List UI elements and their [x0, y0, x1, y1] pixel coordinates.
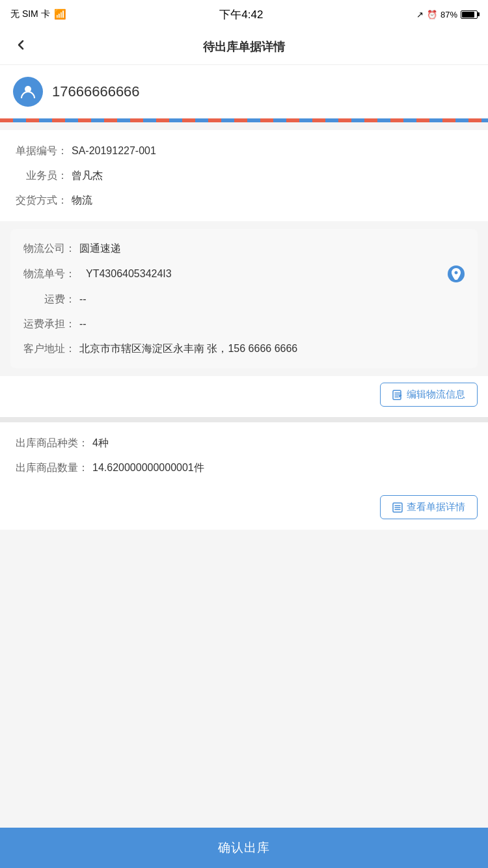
tracking-label: 物流单号： [23, 266, 75, 282]
dashed-divider [0, 118, 488, 122]
alarm-icon: ⏰ [427, 10, 437, 20]
order-no-row: 单据编号： SA-20191227-001 [16, 143, 472, 159]
confirm-outbound-button[interactable]: 确认出库 [0, 839, 488, 856]
back-button[interactable] [13, 32, 34, 62]
edit-btn-row: 编辑物流信息 [0, 376, 488, 417]
product-type-label: 出库商品种类： [16, 435, 88, 451]
freight-label: 运费： [23, 292, 75, 307]
address-value: 北京市市辖区海淀区永丰南 张，156 6666 6666 [79, 341, 465, 357]
logistics-card: 物流公司： 圆通速递 物流单号： YT43064053424I3 运费： -- … [10, 229, 478, 368]
tracking-location-button[interactable] [448, 265, 465, 282]
wifi-icon: 📶 [54, 8, 66, 20]
product-type-row: 出库商品种类： 4种 [16, 435, 472, 451]
salesman-value: 曾凡杰 [72, 168, 472, 183]
delivery-type-label: 交货方式： [16, 193, 68, 208]
address-row: 客户地址： 北京市市辖区海淀区永丰南 张，156 6666 6666 [23, 341, 465, 357]
page-title: 待出库单据详情 [203, 39, 285, 55]
freight-row: 运费： -- [23, 292, 465, 307]
location-icon: ↗ [416, 10, 424, 20]
edit-logistics-button[interactable]: 编辑物流信息 [380, 383, 478, 407]
status-right: ↗ ⏰ 87% [416, 10, 478, 20]
tracking-row: 物流单号： YT43064053424I3 [23, 265, 465, 282]
edit-logistics-label: 编辑物流信息 [407, 388, 465, 401]
freight-value: -- [79, 292, 465, 307]
product-quantity-row: 出库商品数量： 14.620000000000001件 [16, 460, 472, 476]
status-time: 下午4:42 [219, 7, 263, 22]
logistics-company-value: 圆通速递 [79, 241, 465, 256]
product-quantity-value: 14.620000000000001件 [92, 460, 472, 476]
view-details-button[interactable]: 查看单据详情 [380, 495, 478, 519]
sim-label: 无 SIM 卡 [10, 8, 50, 20]
tracking-no-value: YT43064053424I3 [86, 266, 441, 282]
battery-icon [461, 10, 478, 19]
salesman-label: 业务员： [16, 168, 68, 183]
user-header: 17666666666 [0, 65, 488, 118]
order-no-value: SA-20191227-001 [72, 143, 472, 159]
battery-percent: 87% [441, 10, 457, 20]
freight-bearer-label: 运费承担： [23, 316, 75, 332]
confirm-btn-wrapper: 确认出库 [0, 828, 488, 868]
separator [0, 417, 488, 422]
product-section: 出库商品种类： 4种 出库商品数量： 14.620000000000001件 [0, 422, 488, 489]
view-btn-row: 查看单据详情 [0, 489, 488, 530]
user-phone: 17666666666 [52, 83, 140, 100]
spacer [0, 530, 488, 660]
status-bar: 无 SIM 卡 📶 下午4:42 ↗ ⏰ 87% [0, 0, 488, 29]
status-left: 无 SIM 卡 📶 [10, 8, 66, 20]
product-quantity-label: 出库商品数量： [16, 460, 88, 476]
logistics-company-label: 物流公司： [23, 241, 75, 256]
order-no-label: 单据编号： [16, 143, 68, 159]
address-label: 客户地址： [23, 341, 75, 357]
delivery-type-row: 交货方式： 物流 [16, 193, 472, 208]
nav-bar: 待出库单据详情 [0, 29, 488, 65]
delivery-type-value: 物流 [72, 193, 472, 208]
freight-bearer-row: 运费承担： -- [23, 316, 465, 332]
freight-bearer-value: -- [79, 316, 465, 332]
product-type-value: 4种 [92, 435, 472, 451]
logistics-company-row: 物流公司： 圆通速递 [23, 241, 465, 256]
order-info-section: 单据编号： SA-20191227-001 业务员： 曾凡杰 交货方式： 物流 [0, 130, 488, 221]
salesman-row: 业务员： 曾凡杰 [16, 168, 472, 183]
view-details-label: 查看单据详情 [407, 501, 465, 513]
avatar [13, 77, 43, 107]
